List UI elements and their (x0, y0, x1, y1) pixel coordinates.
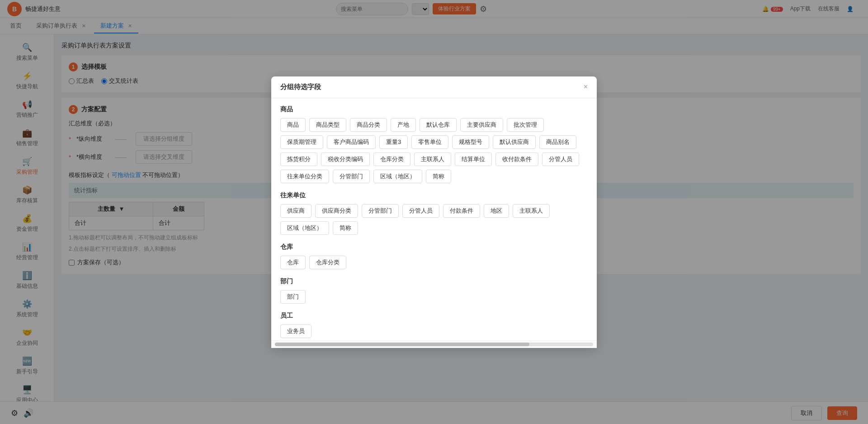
section-partner-fields: 供应商 供应商分类 分管部门 分管人员 付款条件 地区 主联系人 区域（地区） … (280, 204, 588, 235)
field-pick-points[interactable]: 拣货积分 (280, 152, 317, 166)
section-product-fields: 商品 商品类型 商品分类 产地 默认仓库 主要供应商 批次管理 保质期管理 客户… (280, 118, 588, 183)
section-product: 商品 商品 商品类型 商品分类 产地 默认仓库 主要供应商 批次管理 保质期管理… (280, 105, 588, 183)
modal-body[interactable]: 商品 商品 商品类型 商品分类 产地 默认仓库 主要供应商 批次管理 保质期管理… (271, 98, 597, 340)
section-department: 部门 部门 (280, 277, 588, 304)
field-main-supplier[interactable]: 主要供应商 (460, 118, 503, 132)
modal-close-button[interactable]: × (584, 83, 588, 91)
field-partner-dept[interactable]: 分管部门 (362, 204, 399, 218)
section-employee-title: 员工 (280, 312, 588, 320)
section-product-title: 商品 (280, 105, 588, 114)
section-warehouse-title: 仓库 (280, 243, 588, 251)
field-product[interactable]: 商品 (280, 118, 306, 132)
field-department[interactable]: 部门 (280, 290, 306, 304)
field-region-product[interactable]: 区域（地区） (373, 170, 422, 183)
field-tax-code[interactable]: 税收分类编码 (321, 152, 370, 166)
field-default-warehouse[interactable]: 默认仓库 (420, 118, 457, 132)
field-partner-contact[interactable]: 主联系人 (513, 204, 550, 218)
modal-scroll-bottom (271, 340, 597, 348)
section-employee: 员工 业务员 (280, 312, 588, 338)
section-department-title: 部门 (280, 277, 588, 286)
field-partner-category[interactable]: 往来单位分类 (280, 170, 329, 183)
field-product-category[interactable]: 商品分类 (350, 118, 387, 132)
field-dept-in-charge[interactable]: 分管部门 (333, 170, 370, 183)
field-partner-region[interactable]: 区域（地区） (280, 221, 329, 235)
field-spec-type[interactable]: 规格型号 (452, 135, 489, 149)
field-product-type[interactable]: 商品类型 (309, 118, 346, 132)
section-department-fields: 部门 (280, 290, 588, 304)
section-partner-title: 往来单位 (280, 191, 588, 200)
section-warehouse: 仓库 仓库 仓库分类 (280, 243, 588, 269)
modal-header: 分组待选字段 × (271, 76, 597, 98)
field-customer-code[interactable]: 客户商品编码 (327, 135, 376, 149)
field-partner-manager[interactable]: 分管人员 (402, 204, 439, 218)
modal-title: 分组待选字段 (280, 83, 321, 91)
field-payment-condition[interactable]: 付款条件 (443, 204, 480, 218)
field-default-supplier[interactable]: 默认供应商 (493, 135, 536, 149)
field-abbr-product[interactable]: 简称 (426, 170, 451, 183)
field-retail-unit[interactable]: 零售单位 (411, 135, 448, 149)
field-batch-mgmt[interactable]: 批次管理 (507, 118, 544, 132)
field-payment-terms[interactable]: 收付款条件 (495, 152, 538, 166)
field-salesperson[interactable]: 业务员 (280, 324, 311, 338)
field-supplier[interactable]: 供应商 (280, 204, 311, 218)
horizontal-scrollbar[interactable] (275, 343, 593, 346)
field-supplier-category[interactable]: 供应商分类 (315, 204, 358, 218)
field-settlement-unit[interactable]: 结算单位 (455, 152, 492, 166)
section-employee-fields: 业务员 (280, 324, 588, 338)
field-warehouse-category[interactable]: 仓库分类 (373, 152, 410, 166)
field-product-alias[interactable]: 商品别名 (539, 135, 576, 149)
section-warehouse-fields: 仓库 仓库分类 (280, 256, 588, 269)
section-partner: 往来单位 供应商 供应商分类 分管部门 分管人员 付款条件 地区 主联系人 区域… (280, 191, 588, 235)
field-warehouse[interactable]: 仓库 (280, 256, 306, 269)
scrollbar-thumb[interactable] (275, 343, 529, 346)
field-selection-modal: 分组待选字段 × 商品 商品 商品类型 商品分类 产地 默认仓库 主要供应商 批… (271, 76, 597, 348)
field-origin[interactable]: 产地 (391, 118, 416, 132)
field-expiry-mgmt[interactable]: 保质期管理 (280, 135, 323, 149)
field-partner-abbr[interactable]: 简称 (333, 221, 358, 235)
field-manager[interactable]: 分管人员 (542, 152, 579, 166)
field-warehouse-cat[interactable]: 仓库分类 (309, 256, 346, 269)
field-main-contact[interactable]: 主联系人 (414, 152, 451, 166)
field-area[interactable]: 地区 (484, 204, 509, 218)
field-weight3[interactable]: 重量3 (379, 135, 408, 149)
